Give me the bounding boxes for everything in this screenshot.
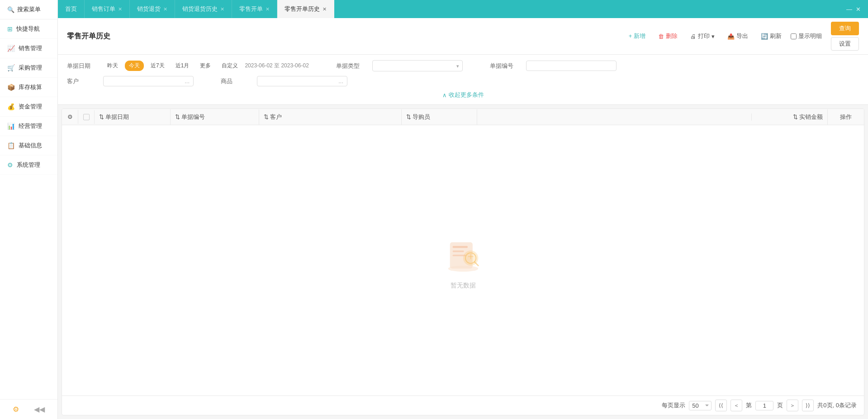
sidebar-item-sys-mgmt[interactable]: ⚙ 系统管理 (0, 155, 57, 175)
date-yesterday-btn[interactable]: 昨天 (103, 61, 122, 71)
close-tab-sales-return-history[interactable]: ✕ (220, 6, 224, 12)
query-button[interactable]: 查询 (831, 22, 859, 35)
sidebar-item-sales-mgmt[interactable]: 📈 销售管理 (0, 39, 57, 58)
page-title: 零售开单历史 (67, 32, 110, 41)
sort-asc-icon[interactable]: ⇅ (99, 113, 104, 120)
refresh-button[interactable]: 🔄 刷新 (757, 30, 785, 42)
window-close-icon[interactable]: ✕ (856, 6, 861, 13)
doc-type-select[interactable] (372, 60, 463, 71)
close-tab-sales-order[interactable]: ✕ (118, 6, 122, 12)
gear-settings-icon[interactable]: ⚙ (67, 113, 73, 120)
page-size-select[interactable]: 50 20 100 (689, 401, 711, 410)
th-date-label: 单据日期 (105, 113, 129, 121)
goods-dots-icon[interactable]: ... (338, 78, 343, 85)
th-checkbox[interactable] (78, 110, 95, 124)
sidebar-item-label: 基础信息 (19, 141, 42, 150)
page-size-label: 每页显示 (662, 401, 685, 410)
empty-illustration (441, 231, 486, 276)
date-more-btn[interactable]: 更多 (196, 61, 215, 71)
settings-button[interactable]: 设置 (831, 37, 859, 51)
date-custom-btn[interactable]: 自定义 (218, 61, 242, 71)
close-tab-retail-history[interactable]: ✕ (323, 6, 327, 12)
collapse-sidebar-icon[interactable]: ◀◀ (34, 405, 45, 414)
sidebar-item-inventory[interactable]: 📦 库存核算 (0, 78, 57, 97)
purchase-mgmt-icon: 🛒 (7, 64, 15, 71)
svg-rect-3 (452, 250, 464, 252)
current-page-input[interactable]: 1 (755, 401, 773, 410)
prev-page-btn[interactable]: ＜ (730, 400, 742, 411)
filter-area: 单据日期 昨天 今天 近7天 近1月 更多 自定义 2023-06-02 至 2… (58, 55, 868, 105)
tab-retail-open-label: 零售开单 (239, 5, 263, 13)
tab-sales-return[interactable]: 销货退货 ✕ (130, 0, 175, 18)
export-button[interactable]: 📤 导出 (724, 30, 752, 42)
main-area: 首页 销售订单 ✕ 销货退货 ✕ 销货退货历史 ✕ 零售开单 ✕ 零售开单历史 … (58, 0, 868, 419)
date-7days-btn[interactable]: 近7天 (147, 61, 169, 71)
th-action: 操作 (828, 109, 864, 125)
display-detail-toggle[interactable]: 显示明细 (791, 32, 822, 40)
doc-type-label: 单据类型 (336, 62, 363, 70)
basic-info-icon: 📋 (7, 142, 15, 149)
sort-guide-icon[interactable]: ⇅ (406, 113, 411, 120)
select-all-checkbox[interactable] (83, 114, 90, 120)
sidebar-item-label: 库存核算 (19, 83, 42, 91)
tab-retail-open[interactable]: 零售开单 ✕ (232, 0, 277, 18)
filter-row-2: 客户 ... 商品 ... (67, 76, 859, 86)
sys-mgmt-icon: ⚙ (7, 161, 13, 169)
sidebar-item-quick-nav[interactable]: ⊞ 快捷导航 (0, 19, 57, 39)
refresh-label: 刷新 (770, 32, 782, 40)
export-icon: 📤 (727, 33, 735, 40)
sort-num-icon[interactable]: ⇅ (175, 113, 180, 120)
tab-home[interactable]: 首页 (58, 0, 85, 18)
sidebar-item-label: 快捷导航 (16, 25, 40, 33)
sidebar-item-label: 系统管理 (17, 161, 40, 169)
sidebar-item-finance[interactable]: 💰 资金管理 (0, 97, 57, 117)
inventory-icon: 📦 (7, 84, 15, 91)
sort-amount-icon[interactable]: ⇅ (793, 113, 798, 120)
last-page-btn[interactable]: ⟩⟩ (802, 400, 814, 411)
first-page-btn[interactable]: ⟨⟨ (715, 400, 727, 411)
settings-icon[interactable]: ⚙ (13, 405, 19, 414)
customer-input[interactable] (107, 78, 185, 85)
th-guide: ⇅ 导购员 (402, 109, 478, 125)
print-dropdown-icon: ▾ (711, 33, 715, 40)
window-minimize-icon[interactable]: — (846, 6, 852, 13)
sidebar-item-operation[interactable]: 📊 经营管理 (0, 117, 57, 136)
tab-bar: 首页 销售订单 ✕ 销货退货 ✕ 销货退货历史 ✕ 零售开单 ✕ 零售开单历史 … (58, 0, 868, 18)
doc-num-input[interactable] (530, 62, 612, 69)
goods-input[interactable] (261, 78, 338, 85)
print-icon: 🖨 (690, 33, 696, 40)
display-detail-checkbox[interactable] (791, 33, 797, 39)
collapse-filter-label: 收起更多条件 (449, 91, 484, 99)
tab-sales-return-history[interactable]: 销货退货历史 ✕ (175, 0, 232, 18)
th-amount-label: 实销金额 (799, 113, 823, 121)
tab-bar-right: — ✕ (846, 6, 868, 13)
close-tab-retail-open[interactable]: ✕ (266, 6, 270, 12)
print-button[interactable]: 🖨 打印 ▾ (687, 30, 718, 42)
th-num-label: 单据编号 (181, 113, 205, 121)
date-filter-buttons: 昨天 今天 近7天 近1月 更多 自定义 2023-06-02 至 2023-0… (103, 61, 309, 71)
tab-sales-return-history-label: 销货退货历史 (182, 5, 218, 13)
next-page-btn[interactable]: ＞ (787, 400, 798, 411)
page-goto-label: 第 (746, 401, 752, 410)
pagination: 每页显示 50 20 100 ⟨⟨ ＜ 第 1 页 ＞ ⟩⟩ 共0页, 0条记录 (62, 395, 864, 415)
add-label: + 新增 (629, 32, 645, 40)
th-gear[interactable]: ⚙ (62, 110, 78, 124)
delete-button[interactable]: 🗑 删除 (655, 30, 681, 42)
tab-sales-order[interactable]: 销售订单 ✕ (85, 0, 130, 18)
collapse-filter-row[interactable]: ∧ 收起更多条件 (67, 91, 859, 99)
search-icon: 🔍 (7, 6, 14, 13)
date-today-btn[interactable]: 今天 (125, 61, 144, 71)
sidebar-search-label: 搜索菜单 (17, 5, 41, 14)
sidebar-search[interactable]: 🔍 搜索菜单 (0, 0, 57, 19)
sort-customer-icon[interactable]: ⇅ (264, 113, 269, 120)
sidebar-item-basic-info[interactable]: 📋 基础信息 (0, 136, 57, 155)
th-guide-label: 导购员 (413, 113, 430, 121)
customer-dots-icon[interactable]: ... (185, 78, 190, 85)
add-button[interactable]: + 新增 (625, 30, 649, 42)
goods-input-wrap: ... (257, 76, 347, 86)
toolbar: + 新增 🗑 删除 🖨 打印 ▾ 📤 导出 🔄 刷新 (625, 22, 859, 51)
tab-retail-history[interactable]: 零售开单历史 ✕ (277, 0, 334, 18)
sidebar-item-purchase-mgmt[interactable]: 🛒 采购管理 (0, 58, 57, 78)
close-tab-sales-return[interactable]: ✕ (163, 6, 167, 12)
date-1month-btn[interactable]: 近1月 (171, 61, 194, 71)
